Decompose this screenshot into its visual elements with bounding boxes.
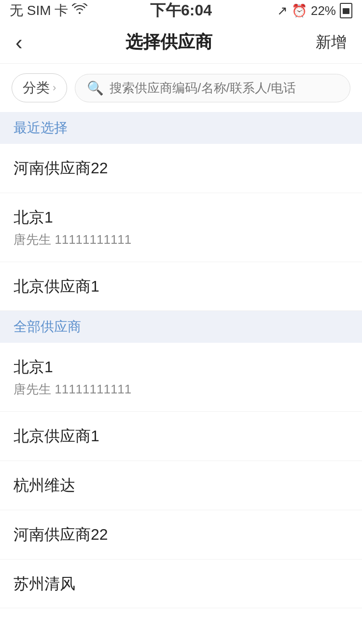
battery-text: 22% bbox=[311, 3, 336, 18]
alarm-icon: ⏰ bbox=[292, 3, 307, 18]
item-name: 河南供应商22 bbox=[14, 524, 348, 546]
search-box[interactable]: 🔍 bbox=[75, 74, 350, 102]
recent-items-list: 河南供应商22北京1唐先生 11111111111北京供应商1 bbox=[0, 144, 362, 311]
add-button[interactable]: 新增 bbox=[316, 32, 347, 53]
filter-bar: 分类 › 🔍 bbox=[0, 64, 362, 112]
list-item[interactable]: 北京1唐先生 11111111111 bbox=[0, 193, 362, 262]
page-title: 选择供应商 bbox=[125, 30, 212, 54]
chevron-right-icon: › bbox=[53, 82, 56, 94]
item-name: 河南供应商22 bbox=[14, 157, 348, 179]
item-sub: 唐先生 11111111111 bbox=[14, 381, 348, 398]
battery-icon bbox=[340, 3, 352, 18]
list-item[interactable]: 杭州维达 bbox=[0, 461, 362, 510]
item-name: 北京1 bbox=[14, 356, 348, 378]
item-name: 苏州清风 bbox=[14, 573, 348, 595]
carrier-text: 无 SIM 卡 bbox=[10, 1, 68, 20]
all-section-label: 全部供应商 bbox=[14, 319, 81, 334]
item-name: 北京1 bbox=[14, 207, 348, 228]
category-label: 分类 bbox=[23, 79, 50, 97]
recent-section-header: 最近选择 bbox=[0, 112, 362, 144]
wifi-icon bbox=[72, 3, 87, 18]
all-items-list: 北京1唐先生 11111111111北京供应商1杭州维达河南供应商22苏州清风 bbox=[0, 343, 362, 608]
list-item[interactable]: 北京供应商1 bbox=[0, 262, 362, 311]
status-bar: 无 SIM 卡 下午6:04 ↗ ⏰ 22% bbox=[0, 0, 362, 21]
item-name: 北京供应商1 bbox=[14, 276, 348, 297]
status-left: 无 SIM 卡 bbox=[10, 1, 87, 20]
recent-section-label: 最近选择 bbox=[14, 120, 68, 135]
status-right: ↗ ⏰ 22% bbox=[277, 3, 352, 18]
back-icon: ‹ bbox=[15, 32, 23, 53]
search-input[interactable] bbox=[110, 81, 338, 96]
status-time: 下午6:04 bbox=[150, 0, 212, 21]
category-button[interactable]: 分类 › bbox=[12, 73, 67, 102]
item-sub: 唐先生 11111111111 bbox=[14, 231, 348, 248]
nav-bar: ‹ 选择供应商 新增 bbox=[0, 21, 362, 64]
list-item[interactable]: 苏州清风 bbox=[0, 560, 362, 609]
search-icon: 🔍 bbox=[87, 80, 104, 96]
back-button[interactable]: ‹ bbox=[15, 32, 23, 53]
list-item[interactable]: 北京供应商1 bbox=[0, 412, 362, 461]
list-item[interactable]: 北京1唐先生 11111111111 bbox=[0, 343, 362, 412]
list-item[interactable]: 河南供应商22 bbox=[0, 510, 362, 560]
item-name: 北京供应商1 bbox=[14, 425, 348, 447]
item-name: 杭州维达 bbox=[14, 475, 348, 496]
list-item[interactable]: 河南供应商22 bbox=[0, 144, 362, 193]
location-icon: ↗ bbox=[277, 3, 288, 18]
all-section-header: 全部供应商 bbox=[0, 311, 362, 343]
